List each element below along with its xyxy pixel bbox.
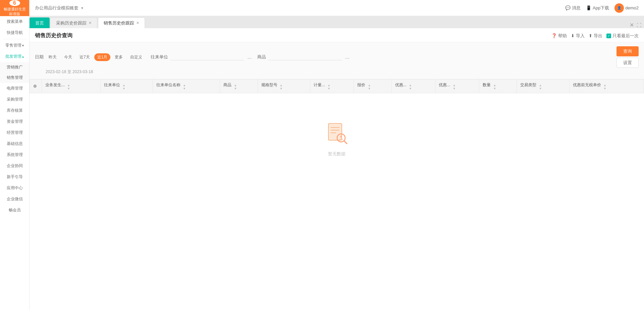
sidebar-item-retail[interactable]: 零售管理 ▾ — [0, 40, 29, 51]
date-filter: 日期 昨天 今天 近7天 近1月 更多 自定义 — [35, 53, 145, 61]
tab-sales-history[interactable]: 销售历史价跟踪 ✕ — [98, 17, 145, 28]
main-area: 办公用品行业模拟账套 ▾ 💬 消息 📱 App下载 👤 demo2 首页 — [30, 0, 644, 310]
sidebar-item-inventory[interactable]: 库存核算 — [0, 105, 29, 116]
sales-tab-close[interactable]: ✕ — [136, 21, 139, 25]
date-btn-yesterday[interactable]: 昨天 — [46, 53, 60, 61]
product-input[interactable] — [268, 54, 342, 60]
empty-text: 暂无数据 — [328, 151, 345, 157]
date-btn-more[interactable]: 更多 — [112, 53, 126, 61]
svg-line-5 — [344, 141, 347, 144]
date-label: 日期 — [35, 54, 44, 60]
sidebar: 6 畅捷通好生意 标准版 搜索菜单 快捷导航 零售管理 ▾ 批发管理 ▴ 营销推… — [0, 0, 30, 310]
settings-icon: ⚙ — [33, 84, 37, 89]
date-btn-7days[interactable]: 近7天 — [76, 53, 93, 61]
table-col-biz-date[interactable]: 业务发生... ▲▼ — [42, 80, 101, 93]
table-col-product[interactable]: 商品 ▲▼ — [220, 80, 258, 93]
sidebar-item-purchase[interactable]: 采购管理 — [0, 94, 29, 105]
sidebar-item-operations[interactable]: 经营管理 — [0, 127, 29, 138]
sidebar-divider — [3, 39, 26, 39]
tab-purchase-history[interactable]: 采购历史价跟踪 ✕ — [50, 17, 97, 28]
partner-dots[interactable]: ... — [247, 54, 252, 60]
filter-buttons: 查询 设置 — [616, 46, 639, 68]
user-menu[interactable]: 👤 demo2 — [614, 3, 639, 13]
setting-button[interactable]: 设置 — [616, 58, 639, 68]
sidebar-item-sales[interactable]: 销售管理 — [0, 72, 29, 83]
table-col-discount1[interactable]: 优惠... ▲▼ — [391, 80, 435, 93]
date-range-text: 2023-02-18 至 2023-03-18 — [46, 69, 93, 74]
partner-label: 往来单位 — [151, 54, 168, 60]
table-col-unit[interactable]: 计量... ▲▼ — [310, 80, 354, 93]
table-col-pretax-price[interactable]: 优惠前无税单价 ▲▼ — [569, 80, 644, 93]
import-btn[interactable]: ⬇ 导入 — [571, 33, 585, 39]
tab-bar: 首页 采购历史价跟踪 ✕ 销售历史价跟踪 ✕ ✕ ⛶ — [30, 16, 644, 28]
date-btn-1month[interactable]: 近1月 — [94, 53, 111, 61]
sidebar-item-quicknav[interactable]: 快捷导航 — [0, 27, 29, 38]
sidebar-logo: 6 畅捷通好生意 标准版 — [0, 0, 29, 16]
company-selector[interactable]: 办公用品行业模拟账套 — [35, 5, 78, 11]
topbar: 办公用品行业模拟账套 ▾ 💬 消息 📱 App下载 👤 demo2 — [30, 0, 644, 16]
svg-rect-0 — [328, 123, 342, 140]
sidebar-item-apps[interactable]: 应用中心 — [0, 183, 29, 194]
empty-row: 暂无数据 — [30, 93, 644, 184]
product-filter: 商品 ... — [257, 54, 350, 60]
tab-bar-actions: ✕ ⛶ — [146, 22, 644, 28]
filter-row: 日期 昨天 今天 近7天 近1月 更多 自定义 往来单位 ... — [35, 46, 639, 68]
product-dots[interactable]: ... — [345, 54, 350, 60]
empty-state: 暂无数据 — [30, 93, 644, 184]
quicknav-text: 快捷导航 — [7, 30, 23, 35]
table-col-quote[interactable]: 报价 ▲▼ — [354, 80, 391, 93]
sidebar-item-wholesale[interactable]: 批发管理 ▴ — [0, 51, 29, 62]
phone-icon: 📱 — [586, 5, 591, 10]
export-icon: ⬆ — [589, 33, 592, 38]
table-col-discount2[interactable]: 优惠... ▲▼ — [435, 80, 479, 93]
table-col-partner-code[interactable]: 往来单位 ▲▼ — [100, 80, 153, 93]
logo-subtext: 标准版 — [9, 11, 20, 16]
sidebar-item-finance[interactable]: 资金管理 — [0, 116, 29, 127]
sidebar-item-search[interactable]: 搜索菜单 — [0, 16, 29, 27]
page-header: 销售历史价查询 ❓ 帮助 ⬇ 导入 ⬆ 导出 只看最后一次 — [30, 28, 644, 42]
dropdown-icon[interactable]: ▾ — [81, 6, 83, 10]
tab-home[interactable]: 首页 — [30, 17, 50, 28]
sidebar-item-marketing[interactable]: 营销推广 — [0, 62, 29, 72]
sidebar-item-enterprise[interactable]: 企业协同 — [0, 160, 29, 171]
date-range-display: 2023-02-18 至 2023-03-18 — [35, 69, 639, 75]
table-col-spec[interactable]: 规格型号 ▲▼ — [258, 80, 310, 93]
page-area: 销售历史价查询 ❓ 帮助 ⬇ 导入 ⬆ 导出 只看最后一次 — [30, 28, 644, 310]
page-title: 销售历史价查询 — [35, 32, 72, 39]
sidebar-submenu: 营销推广 销售管理 — [0, 62, 29, 83]
sidebar-item-ecommerce[interactable]: 电商管理 — [0, 83, 29, 94]
help-btn[interactable]: ❓ 帮助 — [551, 33, 567, 39]
purchase-tab-close[interactable]: ✕ — [89, 21, 92, 25]
sidebar-item-system[interactable]: 系统管理 — [0, 149, 29, 160]
date-btn-today[interactable]: 今天 — [61, 53, 75, 61]
message-icon: 💬 — [565, 5, 571, 10]
query-button[interactable]: 查询 — [616, 46, 639, 56]
partner-input[interactable] — [170, 54, 244, 60]
app-download-btn[interactable]: 📱 App下载 — [586, 5, 609, 11]
date-btn-custom[interactable]: 自定义 — [127, 53, 145, 61]
table-col-trade-type[interactable]: 交易类型 ▲▼ — [517, 80, 569, 93]
table-col-settings[interactable]: ⚙ — [30, 80, 42, 93]
table-col-qty[interactable]: 数量 ▲▼ — [479, 80, 517, 93]
sidebar-item-guide[interactable]: 新手引导 — [0, 171, 29, 183]
logo-text: 畅捷通好生意 — [4, 7, 26, 11]
filter-area: 日期 昨天 今天 近7天 近1月 更多 自定义 往来单位 ... — [30, 42, 644, 79]
page-actions: ❓ 帮助 ⬇ 导入 ⬆ 导出 只看最后一次 — [551, 33, 639, 39]
sidebar-item-wechat[interactable]: 企业微信 — [0, 194, 29, 205]
topbar-left: 办公用品行业模拟账套 ▾ — [35, 5, 83, 11]
product-label: 商品 — [257, 54, 266, 60]
sidebar-item-member[interactable]: 畅会员 — [0, 205, 29, 216]
chevron-down-icon: ▾ — [22, 44, 24, 47]
data-table: ⚙ 业务发生... ▲▼ 往来单位 ▲▼ 往来单位名称 ▲▼ 商品 ▲▼ — [30, 79, 644, 184]
only-last-checkbox[interactable]: 只看最后一次 — [606, 33, 639, 39]
table-col-partner-name[interactable]: 往来单位名称 ▲▼ — [153, 80, 220, 93]
sales-tab-label: 销售历史价跟踪 — [104, 20, 134, 26]
message-btn[interactable]: 💬 消息 — [565, 5, 581, 11]
svg-point-6 — [340, 136, 342, 138]
home-tab-label: 首页 — [35, 20, 44, 26]
expand-icon[interactable]: ⛶ — [637, 22, 641, 28]
partner-filter: 往来单位 ... — [151, 54, 252, 60]
export-btn[interactable]: ⬆ 导出 — [589, 33, 602, 39]
close-all-icon[interactable]: ✕ — [630, 22, 634, 28]
sidebar-item-basic[interactable]: 基础信息 — [0, 138, 29, 149]
